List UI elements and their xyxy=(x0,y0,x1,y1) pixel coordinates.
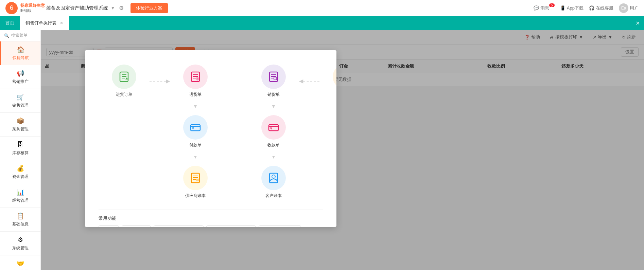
sidebar-item-system[interactable]: ⚙ 系统管理 xyxy=(0,232,40,255)
settings-icon[interactable]: ⚙ xyxy=(119,5,124,11)
func-btn-stock-status[interactable]: 现存量(库存状况表) xyxy=(154,226,204,227)
flow-node-payment[interactable]: ¥ 付款单 xyxy=(179,111,212,152)
svg-text:✓: ✓ xyxy=(196,77,199,80)
online-service-btn[interactable]: 🎧 在线客服 xyxy=(589,5,613,11)
func-btn-sales-margin[interactable]: 销售毛利分析表 xyxy=(259,226,301,227)
modal-content: 进货订单 ▶ ✓ 进货单 xyxy=(85,50,336,227)
inventory-icon: 🗄 xyxy=(16,141,24,149)
search-icon: 🔍 xyxy=(4,33,9,38)
svg-rect-14 xyxy=(274,77,277,80)
func-btn-product[interactable]: 商品 xyxy=(99,226,119,227)
customer-ledger-label: 客户账本 xyxy=(265,193,282,199)
basic-icon: 📋 xyxy=(16,212,24,220)
arrow-down-payment: ▼ xyxy=(193,154,198,160)
sales-order-circle xyxy=(333,65,336,89)
sidebar-item-finance[interactable]: 💰 资金管理 xyxy=(0,160,40,184)
purchase-bill-label: 进货单 xyxy=(189,92,202,97)
sidebar: 🔍 搜索菜单 🏠 快捷导航 📢 营销推广 🛒 销售管理 📦 采购管理 🗄 库存核… xyxy=(0,30,41,270)
flow-node-sales-order[interactable]: 销售订单 xyxy=(329,60,336,102)
enterprise-icon: 🤝 xyxy=(16,259,24,268)
receipt-circle: ¥ xyxy=(261,115,286,140)
tab-end-close-icon[interactable]: ✕ xyxy=(636,20,640,26)
message-btn[interactable]: 💬 消息 5 xyxy=(534,5,555,11)
trial-btn[interactable]: 体验行业方案 xyxy=(130,3,168,13)
finance-icon: 💰 xyxy=(16,164,24,173)
purchase-order-circle xyxy=(112,65,136,89)
svg-point-31 xyxy=(272,175,275,178)
logo-icon: 6 xyxy=(5,2,18,14)
tab-sales-order[interactable]: 销售订单执行表 ✕ xyxy=(20,16,69,30)
operations-icon: 📊 xyxy=(16,188,24,196)
flow-node-sales-bill[interactable]: 销货单 xyxy=(257,60,290,102)
func-btn-contact[interactable]: 往来单位 xyxy=(122,226,151,227)
headset-icon: 🎧 xyxy=(589,5,594,11)
sidebar-item-quick-nav[interactable]: 🏠 快捷导航 xyxy=(0,41,40,65)
sidebar-item-enterprise[interactable]: 🤝 企业协同 xyxy=(0,255,40,270)
header-right: 💬 消息 5 📱 App下载 🎧 在线客服 Ea 用户 xyxy=(534,3,639,13)
search-menu-btn[interactable]: 🔍 搜索菜单 xyxy=(0,30,40,41)
sales-bill-label: 销货单 xyxy=(267,92,280,97)
tab-sales-order-label: 销售订单执行表 xyxy=(25,20,56,26)
sidebar-item-purchase[interactable]: 📦 采购管理 xyxy=(0,113,40,137)
system-title-area: 装备及固定资产辅助管理系统 ▼ ⚙ 体验行业方案 xyxy=(46,3,534,13)
flow-node-customer-ledger[interactable]: 客户账本 xyxy=(257,162,290,203)
sidebar-item-inventory[interactable]: 🗄 库存核算 xyxy=(0,137,40,160)
quick-nav-icon: 🏠 xyxy=(17,46,25,54)
customer-ledger-circle xyxy=(261,166,286,190)
arrow-down-receipt: ▼ xyxy=(271,154,276,160)
top-header: 6 畅康通好生意 旺铺版 装备及固定资产辅助管理系统 ▼ ⚙ 体验行业方案 💬 … xyxy=(0,0,644,16)
app-download-btn[interactable]: 📱 App下载 xyxy=(560,5,584,11)
flow-node-supplier-ledger[interactable]: 供应商账本 xyxy=(179,162,212,203)
flow-diagram: 进货订单 ▶ ✓ 进货单 xyxy=(99,60,323,203)
flow-node-purchase-order[interactable]: 进货订单 xyxy=(108,60,140,102)
phone-icon: 📱 xyxy=(560,5,565,11)
message-icon: 💬 xyxy=(534,5,539,11)
sidebar-item-operations[interactable]: 📊 经营管理 xyxy=(0,184,40,208)
arrow-down-sales: ▼ xyxy=(271,104,276,109)
sidebar-item-basic[interactable]: 📋 基础信息 xyxy=(0,208,40,232)
common-functions-title: 常用功能 xyxy=(99,215,323,221)
tab-home[interactable]: 首页 xyxy=(0,16,20,30)
arrow-right-1: ▶ xyxy=(150,78,170,84)
svg-text:¥: ¥ xyxy=(192,127,194,130)
purchase-order-label: 进货订单 xyxy=(116,92,132,97)
main-layout: 🔍 搜索菜单 🏠 快捷导航 📢 营销推广 🛒 销售管理 📦 采购管理 🗄 库存核… xyxy=(0,30,644,270)
common-functions: 常用功能 商品 往来单位 现存量(库存状况表) 现存量(库存分布表) 销售毛利分… xyxy=(99,210,323,227)
supplier-ledger-circle xyxy=(183,166,208,190)
marketing-icon: 📢 xyxy=(16,69,24,77)
avatar: Ea xyxy=(619,3,628,13)
function-buttons-row-1: 商品 往来单位 现存量(库存状况表) 现存量(库存分布表) 销售毛利分析表 商品… xyxy=(99,226,323,227)
modal-overlay: 进货订单 ▶ ✓ 进货单 xyxy=(41,30,644,270)
system-icon: ⚙ xyxy=(16,236,24,244)
svg-text:¥: ¥ xyxy=(270,127,272,130)
purchase-bill-circle: ✓ xyxy=(183,65,208,89)
sidebar-item-marketing[interactable]: 📢 营销推广 xyxy=(0,65,40,89)
sidebar-item-sales[interactable]: 🛒 销售管理 xyxy=(0,89,40,113)
user-area[interactable]: Ea 用户 xyxy=(619,3,639,13)
payment-circle: ¥ xyxy=(183,115,208,140)
func-btn-stock-dist[interactable]: 现存量(库存分布表) xyxy=(206,226,256,227)
sales-icon: 🛒 xyxy=(16,93,24,101)
arrow-down-purchase: ▼ xyxy=(193,104,198,109)
content-area: ❓ 帮助 🖨 按模板打印 ▼ ↗ 导出 ▼ ↻ 刷新 📅 单据状态 xyxy=(41,30,644,270)
dropdown-arrow-icon[interactable]: ▼ xyxy=(111,6,115,11)
svg-rect-29 xyxy=(196,179,199,181)
logo-area: 6 畅康通好生意 旺铺版 xyxy=(5,2,46,14)
supplier-ledger-label: 供应商账本 xyxy=(185,193,206,199)
modal-box: 进货订单 ▶ ✓ 进货单 xyxy=(85,50,336,227)
arrow-left-1: ◀ xyxy=(299,78,319,84)
tab-home-label: 首页 xyxy=(5,20,14,26)
tab-close-icon[interactable]: ✕ xyxy=(60,21,63,25)
flow-node-purchase-bill[interactable]: ✓ 进货单 xyxy=(179,60,212,102)
purchase-icon: 📦 xyxy=(16,117,24,125)
payment-label: 付款单 xyxy=(189,142,202,148)
flow-node-receipt[interactable]: ¥ 收款单 xyxy=(257,111,290,152)
tab-bar: 首页 销售订单执行表 ✕ ✕ xyxy=(0,16,644,30)
sales-bill-circle xyxy=(261,65,286,89)
logo-text: 畅康通好生意 旺铺版 xyxy=(20,3,45,13)
message-badge: 5 xyxy=(549,3,555,7)
system-title: 装备及固定资产辅助管理系统 xyxy=(46,5,108,11)
receipt-label: 收款单 xyxy=(267,142,280,148)
